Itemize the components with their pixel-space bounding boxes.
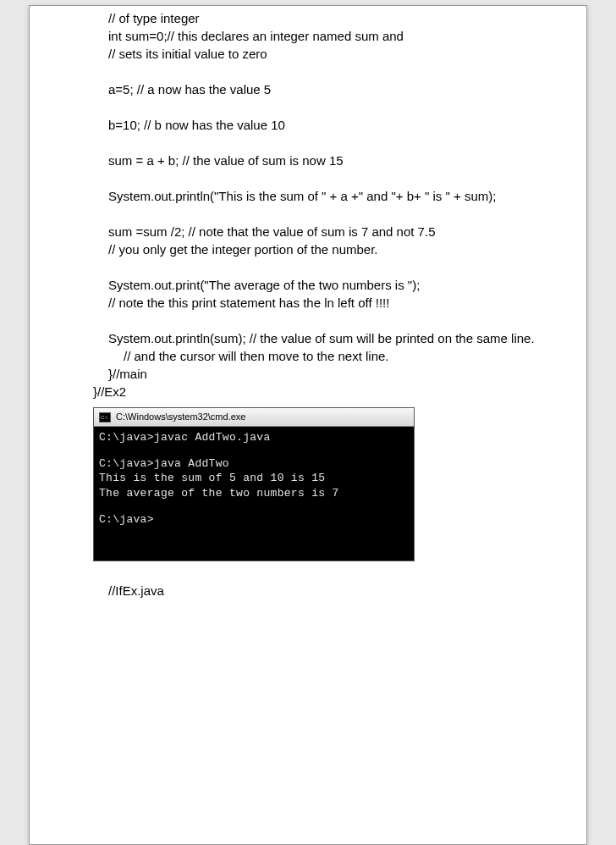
code-line: int sum=0;// this declares an integer na… [93,27,540,45]
code-area: // of type integer int sum=0;// this dec… [93,9,540,599]
code-line: // and the cursor will then move to the … [93,347,540,365]
terminal-window: C:\Windows\system32\cmd.exe C:\java>java… [93,407,415,561]
code-line: sum = a + b; // the value of sum is now … [93,152,540,169]
code-line: // of type integer [93,9,540,27]
terminal-line: C:\java> [99,512,409,527]
code-line: // sets its initial value to zero [93,45,540,63]
terminal-titlebar: C:\Windows\system32\cmd.exe [94,408,414,427]
terminal-line: C:\java>javac AddTwo.java [99,430,409,445]
code-line: sum =sum /2; // note that the value of s… [93,223,540,240]
terminal-line: This is the sum of 5 and 10 is 15 [99,471,409,486]
code-line: }//Ex2 [93,383,540,400]
cmd-icon [99,412,111,422]
code-line: System.out.print("The average of the two… [93,276,540,294]
code-line: //IfEx.java [93,582,540,599]
terminal-line: C:\java>java AddTwo [99,456,409,472]
code-line: // you only get the integer portion of t… [93,240,540,258]
code-line: // note the this print statement has the… [93,294,540,312]
code-line: a=5; // a now has the value 5 [93,80,540,98]
page-container: // of type integer int sum=0;// this dec… [0,0,616,845]
document-page: // of type integer int sum=0;// this dec… [29,5,587,845]
terminal-body: C:\java>javac AddTwo.java C:\java>java A… [94,427,414,561]
code-line: System.out.println(sum); // the value of… [93,329,540,347]
code-line: b=10; // b now has the value 10 [93,116,540,134]
terminal-line: The average of the two numbers is 7 [99,486,409,501]
code-line: System.out.println("This is the sum of "… [93,187,540,205]
code-line: }//main [93,365,540,383]
terminal-title: C:\Windows\system32\cmd.exe [116,411,245,423]
